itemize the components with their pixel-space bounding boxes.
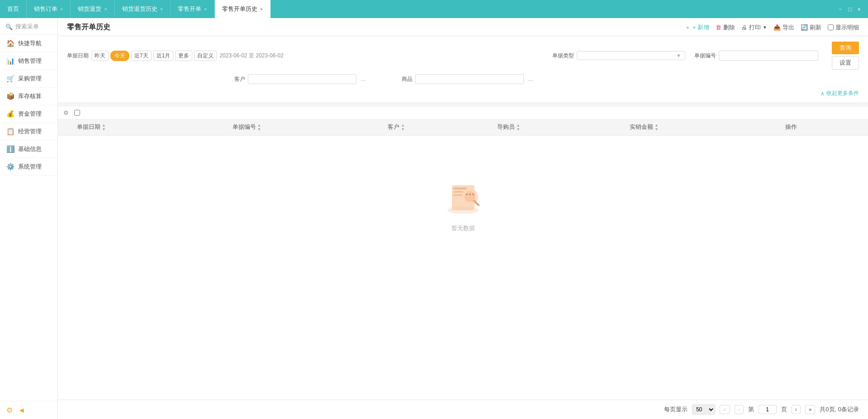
order-no-label: 单据编号	[694, 52, 716, 60]
date-btn-自定义[interactable]: 自定义	[194, 51, 217, 61]
page-size-label: 每页显示	[664, 405, 688, 414]
sidebar-item-销售管理[interactable]: 📊销售管理	[0, 52, 57, 70]
query-button[interactable]: 查询	[832, 42, 859, 54]
sort-icon: ▲▼	[655, 123, 659, 132]
refresh-button[interactable]: 🔄 刷新	[801, 24, 821, 32]
pagination-bar: 每页显示 2050100 « ‹ 第 页 › » 共0页, 0条记录	[58, 400, 868, 419]
show-detail-checkbox[interactable]: 显示明细	[828, 24, 859, 32]
sidebar-item-label: 系统管理	[18, 163, 42, 171]
date-btn-昨天[interactable]: 昨天	[91, 51, 109, 61]
page-input[interactable]	[759, 405, 777, 414]
nav-tab-销货退货历史[interactable]: 销货退货历史×	[115, 0, 171, 18]
date-btn-今天[interactable]: 今天	[110, 51, 129, 61]
order-type-select[interactable]: ▼	[577, 51, 685, 60]
customer-label: 客户	[234, 75, 245, 83]
sidebar: 🔍 搜索采单 🏠快捷导航📊销售管理🛒采购管理📦库存核算💰资金管理📋经营管理ℹ️基…	[0, 18, 58, 419]
date-label: 单据日期	[67, 52, 89, 60]
sidebar-item-label: 基础信息	[18, 145, 42, 153]
th-导购员[interactable]: 导购员▲▼	[492, 119, 624, 135]
svg-point-8	[466, 193, 468, 195]
delete-button[interactable]: 🗑 删除	[716, 24, 735, 32]
collapse-row: ∧ 收起更多条件	[67, 89, 859, 99]
add-button[interactable]: ＋ + 新增	[685, 24, 709, 32]
tab-close-icon[interactable]: ×	[104, 6, 107, 12]
close-btn[interactable]: ×	[857, 6, 861, 13]
goods-filter: 商品 ...	[402, 74, 533, 84]
tab-label: 首页	[7, 5, 19, 13]
page-unit: 页	[781, 405, 787, 414]
sort-icon: ▲▼	[102, 123, 106, 132]
tab-close-icon[interactable]: ×	[204, 6, 207, 12]
tab-label: 销货退货历史	[122, 5, 157, 13]
maximize-btn[interactable]: □	[849, 6, 852, 13]
sidebar-search[interactable]: 🔍 搜索采单	[0, 18, 57, 35]
sidebar-icon: 📦	[6, 92, 14, 100]
goods-input[interactable]	[415, 74, 524, 84]
nav-tab-零售开单[interactable]: 零售开单×	[171, 0, 214, 18]
sidebar-items: 🏠快捷导航📊销售管理🛒采购管理📦库存核算💰资金管理📋经营管理ℹ️基础信息⚙️系统…	[0, 35, 57, 176]
nav-tab-销售订单[interactable]: 销售订单×	[27, 0, 71, 18]
filter-area: 单据日期 昨天今天近7天近1月更多自定义2023-06-02 至 2023-06…	[58, 36, 868, 103]
th-实销金额[interactable]: 实销金额▲▼	[624, 119, 780, 135]
show-detail-input[interactable]	[828, 24, 834, 30]
tab-label: 零售开单历史	[222, 5, 257, 13]
sidebar-item-系统管理[interactable]: ⚙️系统管理	[0, 158, 57, 176]
tab-close-icon[interactable]: ×	[60, 6, 63, 12]
customer-input[interactable]	[248, 74, 356, 84]
date-btn-近7天[interactable]: 近7天	[131, 51, 152, 61]
empty-illustration	[441, 172, 486, 217]
order-no-input[interactable]	[719, 51, 818, 61]
nav-tab-零售开单历史[interactable]: 零售开单历史×	[215, 0, 270, 18]
content-area: 零售开单历史 ＋ + 新增 🗑 删除 🖨 打印 ▼ 📤 导出	[58, 18, 868, 419]
sidebar-icon: 📊	[6, 57, 14, 65]
th-单据编号[interactable]: 单据编号▲▼	[227, 119, 383, 135]
next-page-btn[interactable]: ›	[792, 405, 801, 414]
tab-label: 销货退货	[78, 5, 101, 13]
sidebar-item-label: 销售管理	[18, 57, 42, 65]
sidebar-item-label: 资金管理	[18, 110, 42, 118]
nav-tabs: 首页销售订单×销货退货×销货退货历史×零售开单×零售开单历史×	[0, 0, 270, 18]
export-button[interactable]: 📤 导出	[773, 24, 794, 32]
th-操作: 操作	[780, 119, 868, 135]
sidebar-item-采购管理[interactable]: 🛒采购管理	[0, 70, 57, 88]
tab-close-icon[interactable]: ×	[260, 6, 263, 12]
sidebar-item-资金管理[interactable]: 💰资金管理	[0, 105, 57, 123]
refresh-icon: 🔄	[801, 24, 808, 31]
nav-tab-销货退货[interactable]: 销货退货×	[71, 0, 114, 18]
sidebar-icon: 💰	[6, 110, 14, 118]
collapse-button[interactable]: ∧ 收起更多条件	[821, 89, 859, 97]
select-all-checkbox[interactable]	[74, 110, 80, 116]
sidebar-item-快捷导航[interactable]: 🏠快捷导航	[0, 35, 57, 52]
table-settings-icon[interactable]: ⚙	[63, 109, 69, 116]
first-page-btn[interactable]: «	[720, 405, 730, 414]
date-btn-近1月[interactable]: 近1月	[153, 51, 174, 61]
sidebar-icon: ℹ️	[6, 145, 14, 153]
empty-text: 暂无数据	[451, 224, 475, 232]
sidebar-item-经营管理[interactable]: 📋经营管理	[0, 123, 57, 141]
sort-icon: ▲▼	[401, 123, 405, 132]
add-icon: ＋	[685, 24, 691, 32]
date-btn-更多[interactable]: 更多	[175, 51, 192, 61]
minimize-btn[interactable]: －	[837, 5, 843, 13]
goods-more-icon[interactable]: ...	[528, 76, 533, 82]
collapse-icon[interactable]: ◄	[18, 406, 25, 414]
last-page-btn[interactable]: »	[805, 405, 816, 414]
print-button[interactable]: 🖨 打印 ▼	[741, 24, 767, 32]
th-单据日期[interactable]: 单据日期▲▼	[71, 119, 227, 135]
customer-filter: 客户 ...	[234, 74, 365, 84]
customer-more-icon[interactable]: ...	[361, 76, 365, 82]
sort-icon: ▲▼	[257, 123, 261, 132]
sidebar-item-基础信息[interactable]: ℹ️基础信息	[0, 141, 57, 158]
order-type-label: 单据类型	[552, 52, 574, 60]
search-icon: 🔍	[5, 24, 13, 30]
settings-button[interactable]: 设置	[832, 56, 859, 70]
nav-tab-首页[interactable]: 首页	[0, 0, 27, 18]
th-客户[interactable]: 客户▲▼	[382, 119, 492, 135]
tab-close-icon[interactable]: ×	[160, 6, 163, 12]
settings-icon[interactable]: ⚙	[6, 406, 13, 414]
order-type-dropdown-icon: ▼	[676, 53, 681, 58]
page-size-select[interactable]: 2050100	[692, 405, 715, 414]
prev-page-btn[interactable]: ‹	[735, 405, 744, 414]
sidebar-item-库存核算[interactable]: 📦库存核算	[0, 88, 57, 105]
sidebar-item-label: 采购管理	[18, 75, 42, 83]
